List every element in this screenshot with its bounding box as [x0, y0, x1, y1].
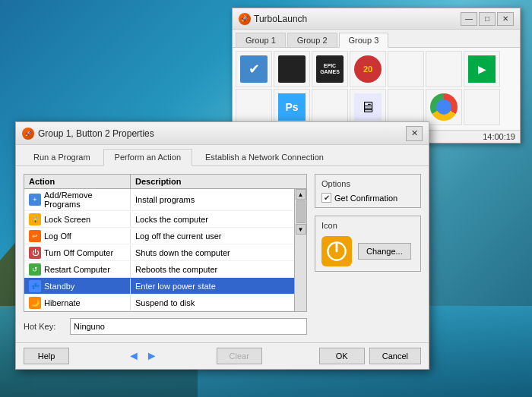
help-button[interactable]: Help — [24, 348, 69, 364]
action-cell-restart: ↺ Restart Computer — [24, 262, 131, 277]
next-arrow[interactable]: ► — [144, 349, 160, 363]
action-row-add-remove[interactable]: + Add/Remove Programs Install programs — [24, 189, 294, 211]
turbolaunch-app-icon: 🚀 — [239, 13, 251, 25]
action-cell-standby: 💤 Standby — [24, 279, 131, 294]
grid-cell-2-7[interactable] — [464, 89, 500, 125]
properties-left-panel: Action Description + Add/Remove Programs… — [24, 174, 307, 335]
turnoff-icon: ⏻ — [29, 247, 41, 259]
tab-run-program[interactable]: Run a Program — [22, 149, 102, 165]
properties-body: Action Description + Add/Remove Programs… — [16, 166, 429, 342]
icon-preview — [321, 236, 352, 266]
action-list: Action Description + Add/Remove Programs… — [24, 174, 307, 312]
grid-cell-2-4[interactable]: 🖥 — [350, 89, 386, 125]
action-list-body: + Add/Remove Programs Install programs 🔒… — [24, 189, 306, 311]
properties-tabs: Run a Program Perform an Action Establis… — [16, 145, 429, 166]
options-group: Options ✔ Get Confirmation — [315, 174, 421, 208]
action-cell-lock: 🔒 Lock Screen — [24, 212, 131, 227]
grid-cell-1-6[interactable] — [426, 51, 462, 87]
properties-close-button[interactable]: ✕ — [406, 126, 423, 141]
tab-group3[interactable]: Group 3 — [339, 33, 389, 48]
change-icon-button[interactable]: Change... — [358, 243, 411, 260]
action-column-header: Action — [24, 175, 131, 188]
action-cell-add-remove: + Add/Remove Programs — [24, 189, 131, 210]
grid-cell-1-1[interactable]: ✔ — [236, 51, 272, 87]
restart-label: Restart Computer — [44, 265, 110, 274]
tab-perform-action[interactable]: Perform an Action — [103, 149, 192, 166]
properties-dialog: 🚀 Group 1, Button 2 Properties ✕ Run a P… — [15, 121, 429, 370]
scrollbar-thumb[interactable] — [296, 200, 306, 223]
checked-icon: ✔ — [240, 55, 268, 83]
black-icon — [278, 55, 306, 83]
logoff-icon: ↩ — [29, 230, 41, 242]
add-remove-label: Add/Remove Programs — [44, 191, 125, 209]
turbolaunch-icon-grid: ✔ EPICGAMES 20 ▶ Ps — [233, 48, 520, 130]
grid-cell-1-4[interactable]: 20 — [350, 51, 386, 87]
grid-cell-2-1[interactable] — [236, 89, 272, 125]
icon-group: Icon Change... — [315, 216, 421, 272]
photoshop-icon: Ps — [278, 93, 306, 121]
properties-footer: Help ◄ ► Clear OK Cancel — [16, 342, 429, 369]
turbolaunch-window-controls: — □ ✕ — [461, 12, 514, 26]
turnoff-label: Turn Off Computer — [44, 248, 113, 257]
grid-cell-2-5[interactable] — [388, 89, 424, 125]
ok-button[interactable]: OK — [319, 348, 365, 364]
scrollbar-down-arrow[interactable]: ▼ — [296, 224, 306, 235]
add-remove-icon: + — [29, 194, 41, 206]
action-cell-hibernate: 🌙 Hibernate — [24, 295, 131, 310]
action-row-logoff[interactable]: ↩ Log Off Log off the current user — [24, 228, 294, 244]
action-list-rows: + Add/Remove Programs Install programs 🔒… — [24, 189, 294, 311]
desc-lock: Locks the computer — [131, 213, 294, 225]
action-row-lock-screen[interactable]: 🔒 Lock Screen Locks the computer — [24, 211, 294, 228]
action-cell-turnoff: ⏻ Turn Off Computer — [24, 245, 131, 260]
turbolaunch-close-button[interactable]: ✕ — [497, 12, 514, 26]
turbolaunch-title-left: 🚀 TurboLaunch — [239, 13, 307, 25]
desc-add-remove: Install programs — [131, 194, 294, 206]
get-confirmation-row: ✔ Get Confirmation — [321, 193, 414, 203]
turbolaunch-title: TurboLaunch — [254, 14, 307, 24]
hibernate-icon: 🌙 — [29, 297, 41, 309]
tab-group1[interactable]: Group 1 — [236, 33, 286, 47]
get-confirmation-checkbox[interactable]: ✔ — [321, 193, 331, 203]
action-row-turnoff[interactable]: ⏻ Turn Off Computer Shuts down the compu… — [24, 244, 294, 261]
turbolaunch-minimize-button[interactable]: — — [461, 12, 477, 26]
cancel-button[interactable]: Cancel — [369, 348, 421, 364]
list-scrollbar[interactable]: ▲ ▼ — [294, 189, 306, 311]
nav-arrows: ◄ ► — [126, 349, 160, 363]
tab-group2[interactable]: Group 2 — [287, 33, 337, 47]
scrollbar-up-arrow[interactable]: ▲ — [296, 189, 306, 200]
hibernate-label: Hibernate — [44, 298, 81, 307]
grid-cell-1-2[interactable] — [274, 51, 310, 87]
clear-button[interactable]: Clear — [217, 348, 262, 364]
properties-app-icon: 🚀 — [22, 128, 34, 140]
lock-icon: 🔒 — [29, 213, 41, 225]
turbolaunch-maximize-button[interactable]: □ — [479, 12, 496, 26]
epic-games-icon: EPICGAMES — [316, 55, 344, 83]
properties-right-panel: Options ✔ Get Confirmation Icon Cha — [315, 174, 421, 335]
restart-icon: ↺ — [29, 263, 41, 276]
properties-titlebar: 🚀 Group 1, Button 2 Properties ✕ — [16, 122, 429, 145]
grid-cell-1-5[interactable] — [388, 51, 424, 87]
action-list-header: Action Description — [24, 175, 306, 189]
chrome-icon — [430, 93, 458, 121]
grid-cell-2-6[interactable] — [426, 89, 462, 125]
hotkey-row: Hot Key: — [24, 318, 307, 335]
prev-arrow[interactable]: ◄ — [126, 349, 141, 363]
video-icon: ▶ — [468, 55, 496, 83]
action-row-standby[interactable]: 💤 Standby Enter low power state — [24, 278, 294, 295]
desc-turnoff: Shuts down the computer — [131, 247, 294, 259]
properties-title-left: 🚀 Group 1, Button 2 Properties — [22, 128, 154, 140]
grid-cell-1-7[interactable]: ▶ — [464, 51, 500, 87]
grid-cell-2-2[interactable]: Ps — [274, 89, 310, 125]
standby-label: Standby — [44, 282, 74, 291]
action-row-hibernate[interactable]: 🌙 Hibernate Suspend to disk — [24, 295, 294, 311]
action-row-restart[interactable]: ↺ Restart Computer Reboots the computer — [24, 261, 294, 278]
tab-network-connection[interactable]: Establish a Network Connection — [194, 149, 335, 165]
desc-standby: Enter low power state — [131, 280, 294, 292]
icon-group-title: Icon — [321, 221, 414, 230]
20min-icon: 20 — [354, 55, 382, 83]
grid-cell-2-3[interactable] — [312, 89, 348, 125]
hotkey-input[interactable] — [70, 318, 307, 335]
turbolaunch-titlebar: 🚀 TurboLaunch — □ ✕ — [233, 8, 520, 30]
action-cell-logoff: ↩ Log Off — [24, 228, 131, 244]
grid-cell-1-3[interactable]: EPICGAMES — [312, 51, 348, 87]
